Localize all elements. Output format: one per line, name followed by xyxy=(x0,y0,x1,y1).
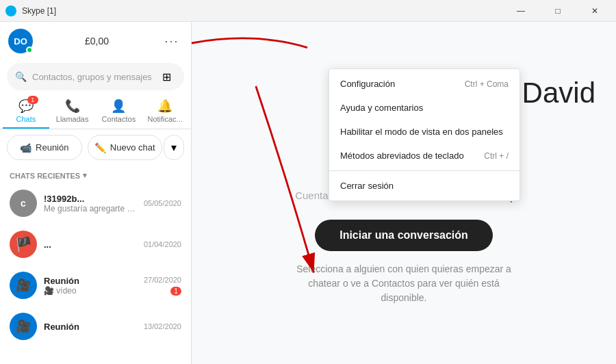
left-panel: DO £0,00 ··· 🔍 ⊞ 💬 1 Chats 📞 xyxy=(0,22,192,364)
chat-avatar: 🎥 xyxy=(10,272,37,299)
chat-date: 01/04/2020 xyxy=(144,240,181,248)
llamadas-icon: 📞 xyxy=(65,99,80,114)
tab-llamadas-label: Llamadas xyxy=(56,115,89,123)
search-input[interactable] xyxy=(32,72,151,82)
chat-info: Reunión xyxy=(44,322,137,332)
chats-section-header[interactable]: CHATS RECIENTES ▾ xyxy=(0,166,191,183)
profile-bar: DO £0,00 ··· xyxy=(0,22,191,60)
maximize-button[interactable]: □ xyxy=(542,0,574,22)
chat-date: 05/05/2020 xyxy=(144,199,181,207)
app-icon xyxy=(5,5,16,16)
chat-badge: 1 xyxy=(170,287,181,296)
chat-meta: 13/02/2020 xyxy=(144,322,181,330)
filter-button[interactable]: ⊞ xyxy=(157,67,176,86)
list-item[interactable]: 🎥 Reunión 🎥 vídeo 27/02/2020 1 xyxy=(0,265,191,306)
avatar[interactable]: DO xyxy=(8,29,33,53)
reunion-label: Reunión xyxy=(36,142,68,153)
more-options-button[interactable]: ··· xyxy=(161,30,183,52)
menu-item-ayuda[interactable]: Ayuda y comentarios xyxy=(329,96,519,120)
chat-name: ... xyxy=(44,239,137,250)
chat-meta: 05/05/2020 xyxy=(144,199,181,207)
search-icon: 🔍 xyxy=(15,71,27,82)
chats-section: CHATS RECIENTES ▾ c !31992b... Me gustar… xyxy=(0,166,191,364)
tab-contactos-label: Contactos xyxy=(102,115,136,123)
chat-preview: 🎥 vídeo xyxy=(44,286,137,296)
chat-date: 13/02/2020 xyxy=(144,322,181,330)
status-indicator xyxy=(26,47,33,53)
nav-tabs: 💬 1 Chats 📞 Llamadas 👤 Contactos 🔔 Notif… xyxy=(0,93,191,129)
menu-item-cerrar-sesion[interactable]: Cerrar sesión xyxy=(329,174,519,198)
menu-item-teclado[interactable]: Métodos abreviados de teclado Ctrl + / xyxy=(329,144,519,168)
tab-contactos[interactable]: 👤 Contactos xyxy=(96,93,142,129)
titlebar-title: Skype [1] xyxy=(22,6,505,16)
search-actions: ⊞ xyxy=(157,67,176,86)
action-buttons: 📹 Reunión ✏️ Nuevo chat ▾ xyxy=(0,129,191,166)
reunion-icon: 📹 xyxy=(20,142,31,153)
contactos-icon: 👤 xyxy=(111,99,126,114)
three-dots-icon: ··· xyxy=(164,34,179,49)
chat-meta: 27/02/2020 1 xyxy=(144,276,181,296)
chats-badge: 1 xyxy=(27,96,38,104)
right-panel: ¡Bienvenida, David DO Cuenta a tus amigo… xyxy=(192,22,616,364)
list-item[interactable]: 🏴 ... 01/04/2020 xyxy=(0,224,191,265)
nuevo-chat-label: Nuevo chat xyxy=(110,142,155,153)
chat-info: ... xyxy=(44,239,137,250)
menu-item-configuracion[interactable]: Configuración Ctrl + Coma xyxy=(329,72,519,96)
balance-display: £0,00 xyxy=(33,36,161,47)
chat-date: 27/02/2020 xyxy=(144,276,181,284)
dropdown-divider xyxy=(329,170,519,171)
tab-notificaciones[interactable]: 🔔 Notificac... xyxy=(142,93,188,129)
search-bar: 🔍 ⊞ xyxy=(7,63,184,90)
titlebar: Skype [1] — □ ✕ xyxy=(0,0,616,22)
welcome-description: Selecciona a alguien con quien quieras e… xyxy=(294,262,513,305)
chat-avatar: 🎥 xyxy=(10,313,37,340)
dropdown-menu: Configuración Ctrl + Coma Ayuda y coment… xyxy=(329,68,520,201)
list-item[interactable]: 🎥 Reunión 13/02/2020 xyxy=(0,306,191,347)
tab-chats[interactable]: 💬 1 Chats xyxy=(3,93,49,129)
chat-meta: 01/04/2020 xyxy=(144,240,181,248)
chat-name: !31992b... xyxy=(44,194,137,204)
nuevo-chat-chevron[interactable]: ▾ xyxy=(164,135,184,160)
chat-avatar: c xyxy=(10,190,37,217)
minimize-button[interactable]: — xyxy=(505,0,537,22)
reunion-button[interactable]: 📹 Reunión xyxy=(7,135,82,160)
tab-llamadas[interactable]: 📞 Llamadas xyxy=(49,93,96,129)
video-icon: 🎥 xyxy=(44,286,54,296)
chat-preview: Me gustaría agregarte en S... xyxy=(44,204,137,213)
tab-chats-label: Chats xyxy=(16,115,36,123)
chat-info: !31992b... Me gustaría agregarte en S... xyxy=(44,194,137,213)
notificaciones-icon: 🔔 xyxy=(157,99,172,114)
start-conversation-button[interactable]: Iniciar una conversación xyxy=(315,220,493,251)
chat-avatar: 🏴 xyxy=(10,231,37,258)
menu-item-paneles[interactable]: Habilitar el modo de vista en dos panele… xyxy=(329,120,519,144)
app-body: DO £0,00 ··· 🔍 ⊞ 💬 1 Chats 📞 xyxy=(0,22,616,364)
nuevo-chat-button[interactable]: ✏️ Nuevo chat xyxy=(88,135,163,160)
list-item[interactable]: c !31992b... Me gustaría agregarte en S.… xyxy=(0,183,191,224)
titlebar-controls: — □ ✕ xyxy=(505,0,611,22)
tab-notificaciones-label: Notificac... xyxy=(147,115,182,123)
chat-info: Reunión 🎥 vídeo xyxy=(44,276,137,296)
chevron-down-icon: ▾ xyxy=(83,171,87,180)
chat-name: Reunión xyxy=(44,322,137,332)
chat-name: Reunión xyxy=(44,276,137,286)
close-button[interactable]: ✕ xyxy=(579,0,611,22)
edit-icon: ✏️ xyxy=(94,142,106,153)
